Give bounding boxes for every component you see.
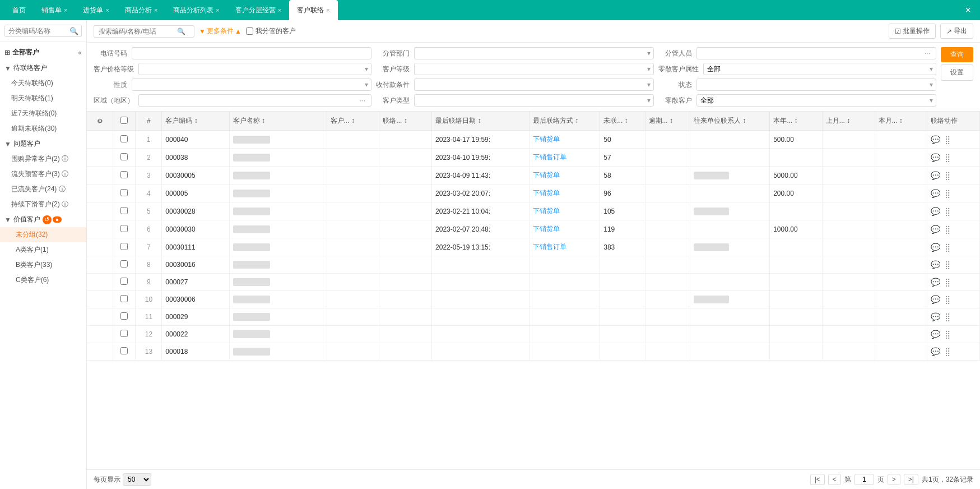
reset-button[interactable]: 设置 <box>941 64 973 81</box>
customer-type-select[interactable] <box>414 94 654 107</box>
chat-icon[interactable]: 💬 <box>931 225 940 234</box>
last-page-btn[interactable]: >| <box>904 474 918 485</box>
nav-product-analysis-list[interactable]: 商品分析列表 × <box>165 0 227 20</box>
row-check[interactable] <box>113 343 136 361</box>
menu-icon[interactable]: ⣿ <box>945 347 950 356</box>
column-code[interactable]: 客户编码 ↕ <box>162 112 229 131</box>
chat-icon[interactable]: 💬 <box>931 278 940 287</box>
menu-icon[interactable]: ⣿ <box>945 225 950 234</box>
status-select[interactable] <box>696 79 936 91</box>
refresh-badge[interactable]: ↺ <box>43 215 52 224</box>
column-type[interactable]: 客户... ↕ <box>327 112 379 131</box>
region-dots[interactable]: ··· <box>357 96 368 104</box>
menu-icon[interactable]: ⣿ <box>945 207 950 216</box>
row-check[interactable] <box>113 238 136 256</box>
column-name[interactable]: 客户名称 ↕ <box>229 112 327 131</box>
nav-close-product-analysis[interactable]: × <box>154 7 157 13</box>
nav-close-product-analysis-list[interactable]: × <box>216 7 219 13</box>
menu-icon[interactable]: ⣿ <box>945 295 950 304</box>
row-last-method[interactable]: 下销货单 <box>530 167 600 184</box>
menu-icon[interactable]: ⣿ <box>945 260 950 269</box>
row-check[interactable] <box>113 220 136 238</box>
customer-grade-select[interactable] <box>414 63 654 75</box>
row-checkbox-4[interactable] <box>120 207 128 214</box>
row-check[interactable] <box>113 274 136 291</box>
row-action[interactable]: 💬 ⣿ <box>927 256 980 274</box>
chat-icon[interactable]: 💬 <box>931 260 940 269</box>
row-action[interactable]: 💬 ⣿ <box>927 131 980 149</box>
sidebar-group-problem[interactable]: ▼ 问题客户 <box>0 136 86 151</box>
method-link[interactable]: 下销货单 <box>533 225 560 233</box>
row-action[interactable]: 💬 ⣿ <box>927 274 980 291</box>
nav-home[interactable]: 首页 <box>4 0 34 20</box>
menu-icon[interactable]: ⣿ <box>945 135 950 144</box>
row-check[interactable] <box>113 326 136 343</box>
export-btn[interactable]: ↗ 导出 <box>940 24 973 39</box>
column-last-method[interactable]: 最后联络方式 ↕ <box>530 112 600 131</box>
row-last-method[interactable]: 下销货单 <box>530 202 600 220</box>
chat-icon[interactable]: 💬 <box>931 295 940 304</box>
row-checkbox-3[interactable] <box>120 189 128 196</box>
sidebar-item-7days[interactable]: 近7天待联络(0) <box>0 106 86 121</box>
method-link[interactable]: 下销货单 <box>533 135 560 143</box>
next-page-btn[interactable]: > <box>888 474 900 485</box>
row-last-method[interactable]: 下销货单 <box>530 220 600 238</box>
column-contact[interactable]: 联络... ↕ <box>379 112 432 131</box>
nav-sales[interactable]: 销售单 × <box>34 0 75 20</box>
row-last-method[interactable]: 下销货单 <box>530 131 600 149</box>
per-page-select[interactable]: 50 100 200 <box>123 473 151 486</box>
menu-icon[interactable]: ⣿ <box>945 312 950 321</box>
query-button[interactable]: 查询 <box>941 47 973 62</box>
batch-op-btn[interactable]: ☑ 批量操作 <box>889 24 936 39</box>
row-action[interactable]: 💬 ⣿ <box>927 184 980 202</box>
row-check[interactable] <box>113 167 136 184</box>
row-last-method[interactable]: 下销售订单 <box>530 149 600 167</box>
dept-select[interactable] <box>414 47 654 59</box>
nav-purchase[interactable]: 进货单 × <box>75 0 117 20</box>
nav-customer-contact[interactable]: 客户联络 × <box>289 0 337 20</box>
nav-product-analysis[interactable]: 商品分析 × <box>117 0 165 20</box>
sidebar-item-hoarding[interactable]: 囤购异常客户(2) ⓘ <box>0 151 86 167</box>
manager-dots[interactable]: ··· <box>922 49 932 57</box>
sidebar-item-c[interactable]: C类客户(6) <box>0 273 86 288</box>
chat-icon[interactable]: 💬 <box>931 347 940 356</box>
menu-icon[interactable]: ⣿ <box>945 189 950 198</box>
method-link[interactable]: 下销货单 <box>533 171 560 179</box>
filter-more-btn[interactable]: ▼ 更多条件 ▲ <box>199 26 241 36</box>
row-checkbox-1[interactable] <box>120 153 128 160</box>
filter-search-input[interactable] <box>99 27 177 35</box>
filter-my-customers[interactable]: 我分管的客户 <box>246 26 296 36</box>
column-associate[interactable]: 往来单位联系人 ↕ <box>690 112 769 131</box>
sidebar-item-b[interactable]: B类客户(33) <box>0 257 86 273</box>
row-checkbox-7[interactable] <box>120 260 128 267</box>
row-checkbox-0[interactable] <box>120 135 128 142</box>
row-checkbox-10[interactable] <box>120 312 128 320</box>
nav-close-purchase[interactable]: × <box>105 7 109 13</box>
row-action[interactable]: 💬 ⣿ <box>927 343 980 361</box>
row-check[interactable] <box>113 308 136 326</box>
chat-icon[interactable]: 💬 <box>931 171 940 180</box>
sidebar-group-pending[interactable]: ▼ 待联络客户 <box>0 61 86 76</box>
chat-icon[interactable]: 💬 <box>931 135 940 144</box>
chat-icon[interactable]: 💬 <box>931 207 940 216</box>
chat-icon[interactable]: 💬 <box>931 330 940 339</box>
column-uncontact[interactable]: 未联... ↕ <box>600 112 645 131</box>
menu-icon[interactable]: ⣿ <box>945 243 950 252</box>
first-page-btn[interactable]: |< <box>810 474 825 485</box>
column-last-month[interactable]: 上月... ↕ <box>822 112 875 131</box>
chat-icon[interactable]: 💬 <box>931 312 940 321</box>
nav-close-customer-contact[interactable]: × <box>326 7 329 13</box>
column-this-month[interactable]: 本月... ↕ <box>875 112 927 131</box>
nav-customer-segment[interactable]: 客户分层经营 × <box>227 0 289 20</box>
sidebar-item-a[interactable]: A类客户(1) <box>0 242 86 257</box>
row-checkbox-9[interactable] <box>120 295 128 302</box>
row-last-method[interactable]: 下销售订单 <box>530 238 600 256</box>
chat-icon[interactable]: 💬 <box>931 189 940 198</box>
sidebar-item-today[interactable]: 今天待联络(0) <box>0 76 86 91</box>
row-checkbox-8[interactable] <box>120 278 128 285</box>
check-all-checkbox[interactable] <box>120 117 128 124</box>
column-check-all[interactable] <box>113 112 136 131</box>
sidebar-collapse-btn[interactable]: « <box>78 49 82 57</box>
column-year-amt[interactable]: 本年... ↕ <box>770 112 823 131</box>
row-check[interactable] <box>113 202 136 220</box>
